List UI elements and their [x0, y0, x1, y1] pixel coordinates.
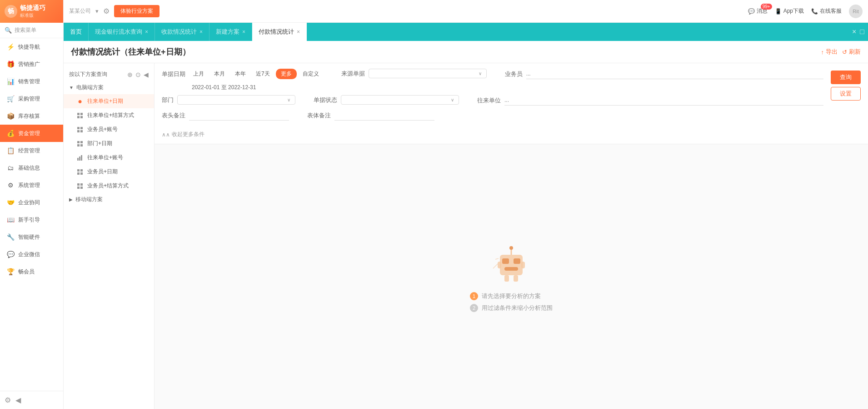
scheme-icon [76, 112, 84, 119]
tab-pay-stat-label: 付款情况统计 [259, 28, 294, 36]
tab-pay-stat[interactable]: 付款情况统计 × [252, 23, 307, 41]
scheme-item-staff-settle[interactable]: 业务员+结算方式 [64, 179, 154, 193]
sidebar-collapse-button[interactable]: ◀ [15, 396, 21, 404]
date-btn-custom[interactable]: 自定义 [299, 69, 323, 79]
message-button[interactable]: 💬 消息 99+ [748, 7, 768, 15]
sidebar-search[interactable]: 🔍 搜索菜单 [0, 23, 63, 38]
scheme-item-partner-date[interactable]: ● 往来单位+日期 [64, 94, 154, 108]
tab-home[interactable]: 首页 [64, 23, 89, 41]
dept-select[interactable]: ∨ [177, 95, 295, 105]
status-select[interactable]: ∨ [341, 95, 459, 105]
sidebar-settings-button[interactable]: ⚙ [5, 396, 11, 404]
left-panel-collapse-icon[interactable]: ◀ [144, 71, 149, 78]
window-maximize-icon[interactable]: □ [860, 28, 864, 36]
collapse-more-button[interactable]: ∧∧ 收起更多条件 [162, 131, 861, 138]
sidebar-item-inventory[interactable]: 📦 库存核算 [0, 107, 63, 125]
sidebar-item-guide[interactable]: 📖 新手引导 [0, 211, 63, 228]
sidebar-item-hardware[interactable]: 🔧 智能硬件 [0, 228, 63, 246]
sidebar-item-wechat[interactable]: 💬 企业微信 [0, 246, 63, 263]
sidebar-item-label: 企业协同 [18, 199, 40, 207]
tip-text-2: 用过滤条件来缩小分析范围 [482, 304, 553, 312]
sidebar-item-label: 库存核算 [18, 112, 40, 120]
sidebar-item-cooperation[interactable]: 🤝 企业协同 [0, 194, 63, 211]
tab-payment-stat-close-icon[interactable]: × [200, 29, 203, 35]
filter-date-item: 单据日期 上月 本月 本年 近7天 更多 自定义 [162, 69, 323, 79]
export-button[interactable]: ↑ 导出 [821, 48, 838, 56]
header-note-input[interactable] [189, 110, 289, 121]
tab-new-scheme-label: 新建方案 [216, 28, 239, 36]
trial-button[interactable]: 体验行业方案 [114, 5, 160, 17]
tip-num-1: 1 [470, 292, 478, 300]
topbar-settings-icon[interactable]: ⚙ [103, 7, 110, 15]
tab-cash-flow-close-icon[interactable]: × [145, 29, 148, 35]
scheme-group-mobile-title[interactable]: ▶ 移动端方案 [64, 193, 154, 206]
scheme-item-label: 往来单位+结算方式 [87, 111, 134, 119]
app-download-button[interactable]: 📱 App下载 [775, 7, 804, 15]
tab-new-scheme-close-icon[interactable]: × [242, 29, 245, 35]
filter-area: 单据日期 上月 本月 本年 近7天 更多 自定义 [155, 63, 868, 144]
source-select[interactable]: ∨ [369, 69, 487, 78]
date-btn-this-year[interactable]: 本年 [231, 69, 250, 79]
scheme-item-staff-date[interactable]: 业务员+日期 [64, 165, 154, 179]
sidebar-item-quick-nav[interactable]: ⚡ 快捷导航 [0, 38, 63, 56]
tab-home-label: 首页 [70, 28, 82, 36]
sidebar-item-sales[interactable]: 📊 销售管理 [0, 73, 63, 90]
partner-input[interactable] [504, 95, 823, 106]
window-close-icon[interactable]: × [852, 28, 856, 36]
collapse-section: ∧∧ 收起更多条件 [162, 125, 861, 138]
tab-cash-flow-label: 现金银行流水查询 [95, 28, 142, 36]
sidebar-item-system[interactable]: ⚙ 系统管理 [0, 177, 63, 194]
scheme-item-label: 业务员+账号 [87, 126, 118, 133]
filter-partner-item: 往来单位 [477, 95, 823, 106]
scheme-settings-icon[interactable]: ⊙ [135, 71, 141, 78]
sidebar-item-marketing[interactable]: 🎁 营销推广 [0, 56, 63, 73]
online-service-button[interactable]: 📞 在线客服 [811, 7, 842, 15]
body-split: 按以下方案查询 ⊕ ⊙ ◀ ▼ 电脑端方案 ● 往来单位+日期 [64, 63, 868, 409]
date-range-display: 2022-01-01 至 2022-12-31 [162, 84, 823, 91]
body-note-input[interactable] [334, 110, 434, 121]
query-button[interactable]: 查询 [831, 71, 861, 84]
scheme-item-dept-date[interactable]: 部门+日期 [64, 136, 154, 151]
finance-icon: 💰 [6, 129, 15, 137]
svg-rect-9 [80, 141, 83, 143]
scheme-group-mobile-label: 移动端方案 [75, 196, 103, 203]
tab-payment-stat[interactable]: 收款情况统计 × [155, 23, 210, 41]
date-btn-this-month[interactable]: 本月 [210, 69, 229, 79]
svg-rect-12 [77, 158, 79, 161]
sidebar-item-operation[interactable]: 📋 经营管理 [0, 142, 63, 159]
filter-settings-button[interactable]: 设置 [831, 87, 861, 101]
refresh-button[interactable]: ↺ 刷新 [842, 48, 861, 56]
sidebar-item-finance[interactable]: 💰 资金管理 [0, 125, 63, 142]
left-panel-icons: ⊕ ⊙ ◀ [127, 71, 149, 78]
user-avatar[interactable]: Rit [849, 5, 863, 18]
sidebar-item-member[interactable]: 🏆 畅会员 [0, 263, 63, 280]
cooperation-icon: 🤝 [6, 198, 15, 207]
scheme-group-desktop-title[interactable]: ▼ 电脑端方案 [64, 81, 154, 94]
svg-point-32 [509, 246, 513, 250]
scheme-item-label: 往来单位+账号 [87, 154, 123, 162]
marketing-icon: 🎁 [6, 60, 15, 68]
tab-cash-flow[interactable]: 现金银行流水查询 × [89, 23, 155, 41]
scheme-icon [76, 182, 84, 190]
scheme-item-staff-account[interactable]: 业务员+账号 [64, 122, 154, 136]
scheme-item-partner-settle[interactable]: 往来单位+结算方式 [64, 108, 154, 122]
scheme-item-partner-account[interactable]: 往来单位+账号 [64, 151, 154, 165]
tab-pay-stat-close-icon[interactable]: × [297, 29, 300, 35]
add-scheme-icon[interactable]: ⊕ [127, 71, 133, 78]
refresh-icon: ↺ [842, 49, 847, 56]
sidebar-item-label: 企业微信 [18, 251, 40, 258]
tab-new-scheme[interactable]: 新建方案 × [210, 23, 252, 41]
sidebar-item-basic[interactable]: 🗂 基础信息 [0, 159, 63, 177]
date-btn-more[interactable]: 更多 [276, 69, 297, 79]
scheme-group-desktop: ▼ 电脑端方案 ● 往来单位+日期 往来单位+结算方式 [64, 81, 154, 193]
svg-rect-6 [77, 130, 80, 132]
sidebar-item-purchase[interactable]: 🛒 采购管理 [0, 90, 63, 107]
header-note-label: 表头备注 [162, 111, 185, 120]
sidebar-item-label: 系统管理 [18, 182, 40, 189]
svg-rect-0 [77, 113, 80, 115]
empty-illustration [489, 241, 534, 287]
date-btn-7days[interactable]: 近7天 [252, 69, 274, 79]
staff-input[interactable] [526, 69, 823, 79]
svg-rect-8 [77, 141, 80, 143]
date-btn-last-month[interactable]: 上月 [189, 69, 208, 79]
